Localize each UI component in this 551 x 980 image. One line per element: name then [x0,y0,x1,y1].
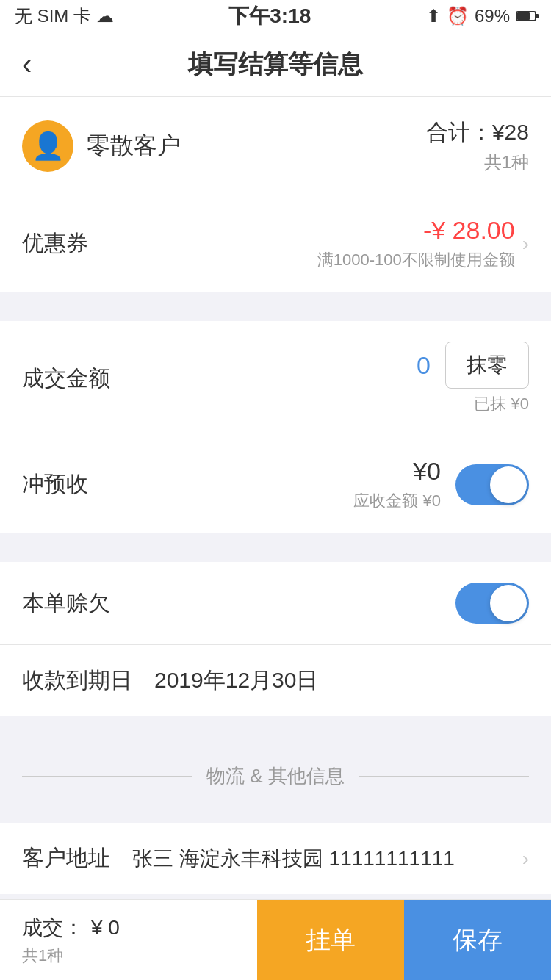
chevron-right-icon: › [522,232,529,256]
footer-count: 共1种 [22,945,235,967]
customer-total: 合计：¥28 [426,118,529,148]
footer-summary: 成交： ¥ 0 共1种 [0,900,257,980]
due-date-row: 收款到期日 2019年12月30日 [0,645,551,716]
coupon-row[interactable]: 优惠券 -¥ 28.00 满1000-100不限制使用金额 › [0,195,551,292]
status-bar: 无 SIM 卡 ☁ 下午3:18 ⬆ ⏰ 69% [0,0,551,32]
status-left: 无 SIM 卡 ☁ [15,4,114,28]
alarm-icon: ⏰ [447,6,469,26]
footer-deal-amount: ¥ 0 [91,916,120,940]
footer: 成交： ¥ 0 共1种 挂单 保存 [0,899,551,980]
coupon-desc: 满1000-100不限制使用金额 [317,249,515,271]
prepayment-row: 冲预收 ¥0 应收金额 ¥0 [0,436,551,533]
prepayment-toggle[interactable] [455,464,529,505]
hang-button[interactable]: 挂单 [257,900,404,980]
battery-text: 69% [475,6,510,26]
toggle-knob [490,466,527,503]
debt-label: 本单赊欠 [22,588,110,619]
divider-2 [0,547,551,562]
customer-row: 👤 零散客户 合计：¥28 共1种 [0,97,551,195]
divider-3 [0,731,551,746]
due-date-label: 收款到期日 [22,666,132,696]
nav-title: 填写结算等信息 [188,48,363,82]
avatar-icon: 👤 [32,131,65,162]
round-down-button[interactable]: 抹零 [445,342,529,389]
deal-amount-label: 成交金额 [22,364,110,394]
deal-amount-value[interactable]: 0 [401,351,431,380]
coupon-label: 优惠券 [22,228,88,259]
footer-deal-label: 成交： [22,914,84,942]
save-button[interactable]: 保存 [404,900,551,980]
prepayment-sub: 应收金额 ¥0 [353,490,441,512]
logistics-line-right [359,776,529,777]
customer-count: 共1种 [426,151,529,174]
debt-toggle[interactable] [455,583,529,624]
deal-amount-row: 成交金额 0 抹零 已抹 ¥0 [0,321,551,436]
address-chevron-icon: › [522,847,529,871]
status-time: 下午3:18 [228,2,311,30]
divider-1 [0,306,551,321]
avatar: 👤 [22,120,73,172]
debt-section: 本单赊欠 收款到期日 2019年12月30日 [0,562,551,716]
prepayment-label: 冲预收 [22,469,88,500]
location-icon: ⬆ [426,6,441,26]
address-value: 张三 海淀永丰科技园 11111111111 [132,845,522,873]
coupon-amount: -¥ 28.00 [317,216,515,245]
debt-toggle-knob [490,585,527,621]
prepayment-right: ¥0 应收金额 ¥0 [353,457,441,512]
coupon-right: -¥ 28.00 满1000-100不限制使用金额 › [317,216,529,271]
address-row[interactable]: 客户地址 张三 海淀永丰科技园 11111111111 › [0,823,551,894]
due-date-value[interactable]: 2019年12月30日 [154,666,318,696]
logistics-divider: 物流 & 其他信息 [0,746,551,807]
debt-row: 本单赊欠 [0,562,551,645]
battery-fill [517,12,530,20]
nav-bar: ‹ 填写结算等信息 [0,32,551,97]
deal-amount-right: 0 抹零 [401,342,529,389]
battery-icon [516,11,536,21]
address-label: 客户地址 [22,843,110,873]
no-sim-text: 无 SIM 卡 ☁ [15,4,114,28]
logistics-label: 物流 & 其他信息 [206,763,345,789]
logistics-line-left [22,776,192,777]
status-right: ⬆ ⏰ 69% [426,6,536,26]
deal-amount-sub: 已抹 ¥0 [474,393,529,415]
logistics-section: 物流 & 其他信息 [0,746,551,807]
prepayment-amount: ¥0 [353,457,441,486]
customer-left: 👤 零散客户 [22,120,181,172]
footer-deal: 成交： ¥ 0 [22,914,235,942]
back-button[interactable]: ‹ [22,48,32,81]
customer-name: 零散客户 [87,130,181,162]
customer-section: 👤 零散客户 合计：¥28 共1种 优惠券 -¥ 28.00 满1000-100… [0,97,551,292]
coupon-info: -¥ 28.00 满1000-100不限制使用金额 [317,216,515,271]
deal-section: 成交金额 0 抹零 已抹 ¥0 冲预收 ¥0 应收金额 ¥0 [0,321,551,533]
customer-right: 合计：¥28 共1种 [426,118,529,174]
